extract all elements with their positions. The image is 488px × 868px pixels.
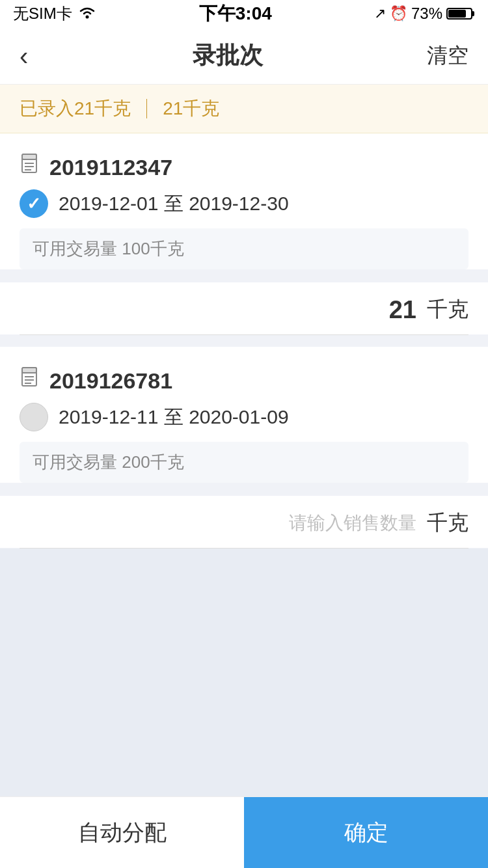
batch-item-2: 2019126781 2019-12-11 至 2020-01-09 可用交易量… — [0, 347, 488, 483]
batch-number-1: 2019112347 — [49, 155, 172, 180]
wifi-icon — [77, 5, 97, 23]
confirm-button[interactable]: 确定 — [244, 797, 488, 868]
battery-icon — [446, 7, 475, 21]
clear-button[interactable]: 清空 — [427, 42, 468, 70]
nav-bar: ‹ 录批次 清空 — [0, 27, 488, 85]
batch-number-2: 2019126781 — [49, 368, 172, 394]
qty-placeholder-2[interactable]: 请输入销售数量 — [289, 511, 416, 536]
section-divider — [0, 335, 488, 347]
batch-doc-icon-2 — [20, 366, 43, 395]
batch-date-row-1[interactable]: ✓ 2019-12-01 至 2019-12-30 — [20, 189, 468, 218]
qty-value-1[interactable]: 21 — [389, 296, 416, 324]
radio-checked-1[interactable]: ✓ — [20, 189, 48, 218]
back-button[interactable]: ‹ — [20, 43, 28, 69]
svg-rect-5 — [22, 154, 36, 159]
recorded-amount: 已录入21千克 — [20, 96, 131, 121]
battery-percent: 73% — [411, 5, 442, 23]
radio-unchecked-2[interactable] — [20, 403, 48, 431]
svg-rect-2 — [472, 11, 474, 16]
batch-doc-icon-1 — [20, 153, 43, 182]
bottom-bar: 自动分配 确定 — [0, 796, 488, 868]
no-sim-text: 无SIM卡 — [13, 3, 72, 24]
auto-distribute-button[interactable]: 自动分配 — [0, 797, 244, 868]
qty-unit-1: 千克 — [427, 295, 468, 324]
banner-divider — [146, 99, 147, 118]
status-left: 无SIM卡 — [13, 3, 97, 24]
svg-rect-10 — [22, 368, 36, 373]
svg-point-0 — [85, 16, 88, 19]
status-right: ↗ ⏰ 73% — [374, 5, 475, 23]
alarm-icon: ⏰ — [390, 5, 407, 22]
status-time: 下午3:04 — [199, 1, 272, 26]
batch-date-1: 2019-12-01 至 2019-12-30 — [59, 191, 289, 217]
qty-row-2: 请输入销售数量 千克 — [0, 496, 488, 548]
checkmark-1: ✓ — [27, 194, 41, 214]
status-bar: 无SIM卡 下午3:04 ↗ ⏰ 73% — [0, 0, 488, 27]
batch-date-row-2[interactable]: 2019-12-11 至 2020-01-09 — [20, 403, 468, 431]
available-qty-1: 可用交易量 100千克 — [20, 228, 468, 269]
batch-header-2: 2019126781 — [20, 366, 468, 395]
batch-date-2: 2019-12-11 至 2020-01-09 — [59, 404, 289, 431]
total-amount: 21千克 — [163, 96, 219, 121]
svg-rect-3 — [448, 10, 466, 18]
qty-unit-2: 千克 — [427, 509, 468, 537]
batch-item-1: 2019112347 ✓ 2019-12-01 至 2019-12-30 可用交… — [0, 133, 488, 269]
status-banner: 已录入21千克 21千克 — [0, 85, 488, 133]
qty-row-1: 21 千克 — [0, 282, 488, 334]
batch-header-1: 2019112347 — [20, 153, 468, 182]
location-icon: ↗ — [374, 5, 386, 22]
page-title: 录批次 — [193, 40, 263, 72]
available-qty-2: 可用交易量 200千克 — [20, 442, 468, 483]
